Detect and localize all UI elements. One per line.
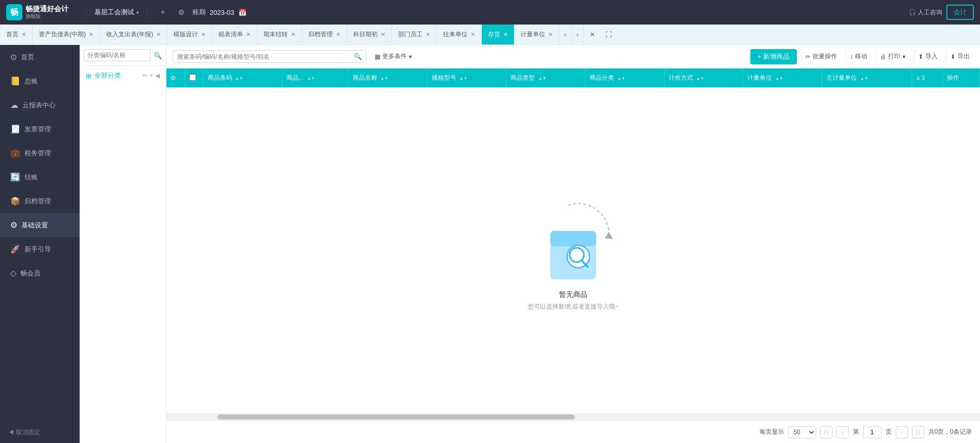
main-search-input[interactable] <box>177 53 351 60</box>
th-settings[interactable]: ⚙ <box>166 68 185 87</box>
th-name-label: 商品名称 <box>353 74 377 81</box>
header-divider-1 <box>86 5 86 19</box>
sidebar-unpin-button[interactable]: ◀ 取消固定 <box>0 422 80 443</box>
tab-tax-close-icon[interactable]: ✕ <box>246 31 251 38</box>
batch-operation-button[interactable]: ✏ 批量操作 <box>801 50 841 63</box>
scrollbar-track[interactable] <box>166 413 980 421</box>
sidebar-item-settings[interactable]: ⚙ 基础设置 <box>0 213 80 237</box>
print-button[interactable]: 🖨 打印 ▾ <box>875 50 910 63</box>
sidebar-item-report[interactable]: ☁ 云报表中心 <box>0 93 80 117</box>
tab-archive[interactable]: 归档管理 ✕ <box>302 25 347 45</box>
tab-subject-close-icon[interactable]: ✕ <box>381 31 385 38</box>
sort-spec-icon[interactable]: ▲▼ <box>459 76 468 81</box>
total-records-label: 共0页，0条记录 <box>928 428 972 436</box>
tab-subject[interactable]: 科目期初 ✕ <box>347 25 392 45</box>
logo-area: 畅 畅捷通好会计 旗舰版 <box>6 4 78 20</box>
th-type: 商品类型 ▲▼ <box>506 68 585 87</box>
edit-category-icon[interactable]: ✏ <box>142 72 148 79</box>
sort-name-icon[interactable]: ▲▼ <box>380 76 388 81</box>
sidebar-item-ledger[interactable]: 📒 总账 <box>0 69 80 93</box>
category-all[interactable]: ⊞ 全部分类 ✏ + ◀ <box>80 66 166 85</box>
sidebar-item-checkout[interactable]: 🔄 结账 <box>0 165 80 189</box>
home-icon: ⊙ <box>10 52 17 62</box>
filter-chevron-icon: ▾ <box>409 53 412 60</box>
add-product-button[interactable]: + 新增商品 <box>750 49 797 64</box>
page-label: 第 <box>853 428 859 436</box>
th-checkbox[interactable] <box>185 68 203 87</box>
sort-unit-icon[interactable]: ▲▼ <box>775 76 783 81</box>
tab-tax[interactable]: 税表清单 ✕ <box>212 25 257 45</box>
empty-desc: 您可以选择新增,或者直接导入哦~ <box>528 302 619 311</box>
sidebar-item-archive[interactable]: 📦 归档管理 <box>0 189 80 213</box>
add-category-icon[interactable]: + <box>150 72 153 79</box>
next-page-button[interactable]: › <box>896 426 908 438</box>
period-label: 账期 <box>192 8 206 17</box>
company-selector[interactable]: 基层工会测试 ▾ <box>94 8 139 17</box>
sort-code-icon[interactable]: ▲▼ <box>307 76 315 81</box>
per-page-select[interactable]: 50 10 20 100 <box>788 426 816 438</box>
tab-inventory[interactable]: 存货 ✕ <box>482 25 514 45</box>
move-label: 移动 <box>855 52 867 61</box>
calendar-icon[interactable]: 📅 <box>238 9 247 16</box>
tab-maximize-button[interactable]: ⛶ <box>600 25 617 45</box>
tab-assets-close-icon[interactable]: ✕ <box>89 31 93 38</box>
main-search-icon[interactable]: 🔍 <box>354 53 362 60</box>
column-settings-icon[interactable]: ⚙ <box>170 75 176 82</box>
tab-period-close-icon[interactable]: ✕ <box>291 31 296 38</box>
last-page-button[interactable]: ⟩⟩ <box>912 426 924 438</box>
add-tab-button[interactable]: + <box>156 5 170 19</box>
tab-template[interactable]: 模版设计 ✕ <box>167 25 212 45</box>
tab-nav-right-button[interactable]: › <box>572 25 584 45</box>
sort-type-icon[interactable]: ▲▼ <box>538 76 547 81</box>
tab-dept-close-icon[interactable]: ✕ <box>426 31 430 38</box>
tab-unit-close-icon[interactable]: ✕ <box>548 31 553 38</box>
sidebar-item-member[interactable]: ◇ 畅会员 <box>0 261 80 285</box>
export-button[interactable]: ⬇ 导出 <box>946 50 974 63</box>
tab-tax-label: 税表清单 <box>218 30 243 39</box>
sort-main-unit-icon[interactable]: ▲▼ <box>860 76 868 81</box>
select-all-checkbox[interactable] <box>189 74 196 81</box>
tab-dept[interactable]: 部门员工 ✕ <box>392 25 437 45</box>
sidebar-item-invoice[interactable]: 🧾 发票管理 <box>0 117 80 141</box>
tab-home[interactable]: 首页 ✕ <box>0 25 33 45</box>
sort-price-icon[interactable]: ▲▼ <box>696 76 704 81</box>
import-button[interactable]: ⬆ 导入 <box>914 50 942 63</box>
kuaiji-button[interactable]: 会计 <box>946 5 974 20</box>
category-all-label: 全部分类 <box>94 71 121 80</box>
sidebar-item-tax[interactable]: 💼 税务管理 <box>0 141 80 165</box>
category-search-icon[interactable]: 🔍 <box>154 52 162 59</box>
tab-archive-close-icon[interactable]: ✕ <box>336 31 340 38</box>
tab-period[interactable]: 期末结转 ✕ <box>257 25 302 45</box>
tab-close-all-button[interactable]: ✕ <box>584 25 600 45</box>
tab-partner-close-icon[interactable]: ✕ <box>471 31 475 38</box>
service-button[interactable]: 🎧 人工咨询 <box>909 8 942 17</box>
tab-income-close-icon[interactable]: ✕ <box>156 31 161 38</box>
more-filter-button[interactable]: ▦ 更多条件 ▾ <box>371 50 416 63</box>
table-scroll-area[interactable]: ⚙ 商品条码 ▲▼ 商品... <box>166 68 980 421</box>
tab-unit[interactable]: 计量单位 ✕ <box>514 25 559 45</box>
th-col3[interactable]: ≡ 3 <box>912 68 942 87</box>
sort-category-icon[interactable]: ▲▼ <box>617 76 625 81</box>
tab-inventory-close-icon[interactable]: ✕ <box>503 31 508 38</box>
scrollbar-thumb[interactable] <box>217 414 575 419</box>
header-divider-2 <box>147 5 148 19</box>
tab-nav-left-button[interactable]: ‹ <box>559 25 572 45</box>
page-number-input[interactable] <box>863 426 881 438</box>
move-button[interactable]: ↕ 移动 <box>845 50 871 63</box>
tab-partner[interactable]: 往来单位 ✕ <box>437 25 482 45</box>
sidebar-item-home[interactable]: ⊙ 首页 <box>0 45 80 69</box>
tab-template-close-icon[interactable]: ✕ <box>201 31 206 38</box>
tab-income[interactable]: 收入支出表(年报) ✕ <box>100 25 167 45</box>
first-page-button[interactable]: ⟨⟨ <box>820 426 832 438</box>
prev-page-button[interactable]: ‹ <box>837 426 849 438</box>
sort-barcode-icon[interactable]: ▲▼ <box>235 76 243 81</box>
tab-assets[interactable]: 资产负债表(中期) ✕ <box>33 25 100 45</box>
sidebar-item-guide[interactable]: 🚀 新手引导 <box>0 237 80 261</box>
tab-home-close-icon[interactable]: ✕ <box>21 31 26 38</box>
category-search-input[interactable] <box>84 49 151 61</box>
th-unit: 计量单位 ▲▼ <box>743 68 822 87</box>
tab-inventory-label: 存货 <box>488 30 500 39</box>
collapse-panel-icon[interactable]: ◀ <box>155 72 160 79</box>
app-logo-icon: 畅 <box>6 4 22 20</box>
settings-tab-button[interactable]: ⚙ <box>174 5 188 19</box>
